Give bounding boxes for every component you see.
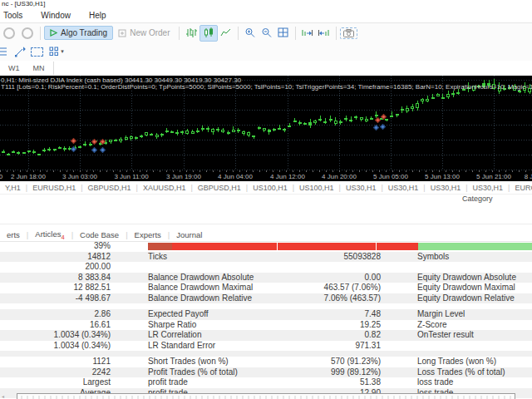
cell-value-2: 55093828 bbox=[270, 252, 381, 263]
selection-rect-icon[interactable] bbox=[28, 44, 45, 59]
candle-body bbox=[268, 130, 271, 132]
candle-body bbox=[206, 128, 209, 130]
candle-body bbox=[232, 130, 235, 132]
shift-end-icon[interactable] bbox=[299, 26, 316, 41]
levels-icon[interactable] bbox=[0, 44, 12, 59]
zoom-out-icon[interactable] bbox=[259, 26, 275, 41]
cell-value-1: -4 498.67 bbox=[0, 293, 111, 304]
shift-back-icon[interactable] bbox=[316, 26, 332, 41]
algo-trading-button[interactable]: Algo Trading bbox=[44, 26, 113, 40]
table-row: 2.86Expected Payoff7.48Margin Level bbox=[0, 309, 532, 320]
chart-tab[interactable]: EURCAD,H1 bbox=[510, 183, 532, 193]
timeframe-mn[interactable]: MN bbox=[28, 63, 50, 73]
toolbox-tab-experts[interactable]: Experts bbox=[128, 230, 168, 239]
candle-body bbox=[451, 93, 455, 95]
buy-marker-icon bbox=[100, 147, 106, 153]
new-order-button[interactable]: New Order bbox=[113, 27, 175, 39]
candle-body bbox=[119, 139, 122, 141]
favorites-icon[interactable] bbox=[22, 27, 33, 39]
chart-ea-params: T111 [Lots=0.1; RiskPercent=0.1; OrderDi… bbox=[1, 83, 532, 91]
cell-label-1: profit trade bbox=[148, 377, 270, 388]
candle-body bbox=[258, 127, 261, 129]
candle-body bbox=[130, 136, 133, 139]
chart-tab[interactable]: US30,H1 bbox=[426, 183, 466, 193]
chevron-down-icon: ▾ bbox=[61, 48, 64, 55]
table-row: 14812Ticks55093828Symbols bbox=[0, 252, 532, 263]
candle-body bbox=[58, 147, 62, 149]
chart-tab[interactable]: XAUUSD,H1 bbox=[138, 183, 191, 193]
candle-body bbox=[89, 144, 92, 145]
candle-body bbox=[201, 128, 204, 130]
tile-windows-icon[interactable] bbox=[275, 26, 292, 41]
line-chart-icon[interactable] bbox=[218, 26, 234, 41]
chart-tab[interactable]: US100,H1 bbox=[294, 183, 339, 193]
menu-item-help[interactable]: Help bbox=[86, 11, 115, 20]
bar-chart-icon[interactable] bbox=[183, 26, 200, 41]
zoom-in-icon[interactable] bbox=[242, 26, 259, 41]
price-chart[interactable]: 0,H1: Mini-sized DJIA Index (cash based)… bbox=[0, 76, 532, 170]
cell-label-2 bbox=[417, 262, 532, 273]
cell-gap bbox=[381, 357, 417, 367]
timeframe-w1[interactable]: W1 bbox=[3, 63, 25, 73]
chart-tab[interactable]: US30,H1 bbox=[468, 183, 509, 193]
cell-gap bbox=[111, 273, 148, 283]
time-tick-label: 5 Jun 05:00 bbox=[367, 173, 414, 180]
chart-tab[interactable]: GBPUSD,H1 bbox=[83, 183, 136, 193]
chart-tab[interactable]: GBPUSD,H1 bbox=[193, 183, 246, 193]
time-tick-label: 5 Jun 13:00 bbox=[419, 173, 466, 180]
toolbox-tab-erts[interactable]: erts bbox=[0, 230, 27, 239]
time-tick-label: 3 Jun 19:00 bbox=[160, 173, 207, 180]
toolbox-tab-articles[interactable]: Articles4 bbox=[28, 229, 71, 241]
screenshot-camera-icon[interactable] bbox=[340, 27, 357, 39]
cell-value-1: 2.86 bbox=[0, 309, 111, 320]
candle-body bbox=[323, 121, 327, 123]
time-tick-label: 4 Jun 04:00 bbox=[212, 173, 259, 180]
candle-body bbox=[221, 130, 224, 132]
cell-label-1: Balance Drawdown Absolute bbox=[148, 273, 270, 283]
progress-segment bbox=[377, 243, 418, 250]
badge: 4 bbox=[61, 233, 64, 240]
candle-body bbox=[334, 121, 337, 124]
candle-body bbox=[263, 128, 266, 131]
chart-tab[interactable]: Y,H1 bbox=[0, 183, 26, 193]
trendline-icon[interactable] bbox=[12, 44, 28, 59]
candle-body bbox=[390, 116, 393, 117]
candle-body bbox=[32, 151, 36, 153]
cell-value-1: 200.00 bbox=[0, 262, 111, 273]
chart-tab[interactable]: US30,H1 bbox=[383, 183, 424, 193]
menu-item-tools[interactable]: Tools bbox=[0, 11, 31, 20]
chart-profile-icon[interactable] bbox=[3, 27, 15, 39]
divider bbox=[179, 27, 180, 40]
table-row: 2242Profit Trades (% of total)999 (89.12… bbox=[0, 367, 532, 378]
candle-body bbox=[360, 117, 363, 120]
minor-ticks bbox=[0, 170, 532, 172]
cell-gap bbox=[381, 273, 417, 283]
chart-tab[interactable]: US100,H1 bbox=[248, 183, 293, 193]
chart-tab[interactable]: US30,H1 bbox=[341, 183, 382, 193]
candle-body bbox=[456, 92, 460, 94]
scroll-stub-icon[interactable]: ◂ bbox=[2, 394, 9, 399]
chart-tab[interactable]: EURUSD,H1 bbox=[27, 183, 81, 193]
shapes-icon[interactable]: ▾ bbox=[45, 44, 68, 59]
cell-value-1: 1.0034 (0.34%) bbox=[0, 330, 111, 341]
toolbox-tab-journal[interactable]: Journal bbox=[170, 230, 209, 239]
mt5-window: nc - [US30,H1] ToolsWindowHelp Algo Trad… bbox=[0, 0, 532, 399]
menu-item-window[interactable]: Window bbox=[37, 11, 79, 20]
candle-body bbox=[140, 135, 143, 138]
candle-body bbox=[242, 131, 245, 134]
table-row: Largestprofit trade51.38loss trade bbox=[0, 377, 532, 388]
cell-label-2 bbox=[417, 341, 532, 352]
candle-body bbox=[63, 148, 66, 150]
cell-value-2: 999 (89.12%) bbox=[270, 367, 381, 378]
toolbox-tab-code-base[interactable]: Code Base bbox=[73, 230, 126, 239]
play-icon bbox=[50, 29, 57, 37]
candlestick-chart-icon[interactable] bbox=[200, 25, 218, 42]
cell-gap bbox=[111, 367, 148, 378]
candle-body bbox=[283, 129, 286, 131]
progress-segment bbox=[148, 243, 172, 250]
category-label: Category bbox=[462, 195, 493, 203]
candle-body bbox=[155, 135, 159, 137]
buy-marker-icon bbox=[91, 147, 97, 153]
cell-gap bbox=[111, 309, 148, 320]
candle-body bbox=[165, 131, 169, 132]
